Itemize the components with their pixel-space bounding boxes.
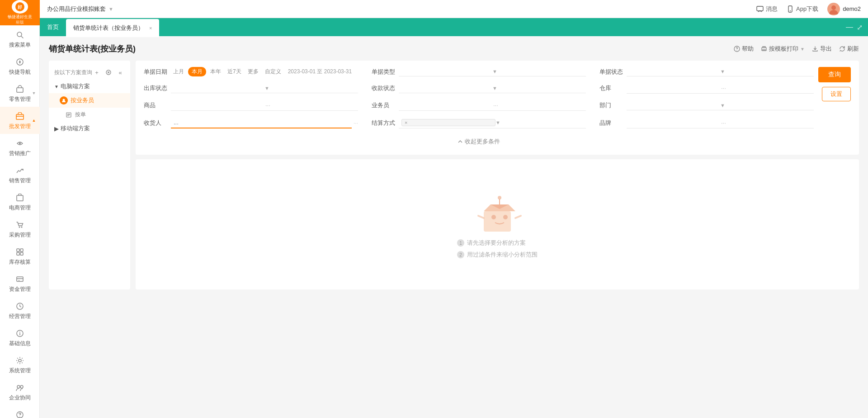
page-content: 销货单统计表(按业务员) 帮助 按模板打印 ▼ 导出 bbox=[40, 36, 868, 418]
sidebar-item-system[interactable]: 系统管理 bbox=[0, 351, 40, 378]
sidebar-label-purchase: 采购管理 bbox=[9, 231, 31, 239]
mobile-group-title[interactable]: ▶ 移动端方案 bbox=[49, 122, 130, 135]
results-area: 1 请先选择要分析的方案 2 用过滤条件来缩小分析范围 bbox=[136, 159, 859, 290]
topbar-title-area: 办公用品行业模拟账套 ▼ bbox=[47, 5, 756, 13]
receiver-more[interactable]: ··· bbox=[354, 120, 358, 126]
query-btn[interactable]: 查询 bbox=[818, 67, 851, 82]
help-btn[interactable]: 帮助 bbox=[734, 45, 754, 53]
side-panel-edit-btn[interactable] bbox=[104, 68, 113, 77]
topbar-app-btn[interactable]: App下载 bbox=[787, 5, 818, 13]
brand-more[interactable]: ··· bbox=[721, 119, 811, 126]
sidebar-label-operations: 经营管理 bbox=[9, 313, 31, 320]
settings-btn[interactable]: 设置 bbox=[822, 87, 851, 101]
side-panel-add-btn[interactable]: + bbox=[92, 68, 101, 77]
export-btn[interactable]: 导出 bbox=[812, 45, 832, 53]
svg-line-3 bbox=[21, 36, 23, 38]
page-body: 按以下方案查询 + « bbox=[49, 61, 859, 290]
empty-hint-2: 2 用过滤条件来缩小分析范围 bbox=[457, 251, 538, 259]
tab-close-icon[interactable]: × bbox=[149, 25, 152, 31]
collapse-label: 收起更多条件 bbox=[465, 138, 500, 146]
filter-billstatus: 单据状态 ▼ bbox=[599, 67, 814, 76]
hint-text-2: 用过滤条件来缩小分析范围 bbox=[467, 251, 538, 259]
receiver-input[interactable] bbox=[171, 117, 352, 128]
sidebar-item-operations[interactable]: 经营管理 bbox=[0, 297, 40, 324]
department-select[interactable]: ▼ bbox=[627, 101, 814, 110]
inventory-icon bbox=[15, 247, 25, 257]
date-tab-custom[interactable]: 自定义 bbox=[263, 67, 283, 76]
desktop-group-title[interactable]: ▼ 电脑端方案 bbox=[49, 80, 130, 93]
svg-rect-38 bbox=[757, 6, 763, 11]
sidebar-item-inventory[interactable]: 库存核算 bbox=[0, 242, 40, 270]
tab-active[interactable]: 销货单统计表（按业务员） × bbox=[66, 19, 159, 37]
billtype-select[interactable]: ▼ bbox=[399, 67, 586, 76]
template-print-btn[interactable]: 按模板打印 ▼ bbox=[761, 45, 805, 53]
message-icon bbox=[756, 5, 764, 13]
stockstatus-select[interactable]: ▼ bbox=[171, 84, 358, 93]
sidebar-item-ecommerce[interactable]: 电商管理 bbox=[0, 188, 40, 215]
warehouse-label: 仓库 bbox=[599, 84, 627, 92]
side-panel-actions: + « bbox=[92, 68, 125, 77]
topbar-app-label: App下载 bbox=[796, 5, 818, 13]
paymentstatus-arrow: ▼ bbox=[492, 86, 583, 91]
side-panel-collapse-btn[interactable]: « bbox=[116, 68, 125, 77]
tab-home[interactable]: 首页 bbox=[40, 18, 66, 36]
filter-billtype: 单据类型 ▼ bbox=[372, 67, 586, 76]
goods-select[interactable]: ··· bbox=[171, 100, 358, 111]
app-logo-text: 畅捷通好生意 bbox=[8, 14, 32, 19]
sidebar-item-wholesale[interactable]: 批发管理 ▲ bbox=[0, 107, 40, 134]
goods-more[interactable]: ··· bbox=[265, 102, 355, 109]
sidebar-item-retail[interactable]: 零售管理 ▼ bbox=[0, 80, 40, 107]
paymentstatus-select[interactable]: ▼ bbox=[399, 84, 586, 93]
template-print-arrow[interactable]: ▼ bbox=[800, 47, 805, 52]
tab-expand-btn[interactable]: ⤢ bbox=[857, 23, 863, 32]
stockstatus-label: 出库状态 bbox=[144, 84, 171, 92]
mobile-group: ▶ 移动端方案 bbox=[49, 122, 130, 135]
date-tab-thismonth[interactable]: 本月 bbox=[188, 67, 206, 76]
sidebar-item-quicknav[interactable]: 快捷导航 bbox=[0, 52, 40, 80]
sidebar-item-guide[interactable]: 新手引导 bbox=[0, 405, 40, 418]
topbar-msg-btn[interactable]: 消息 bbox=[756, 5, 778, 13]
date-tab-more[interactable]: 更多 bbox=[245, 67, 261, 76]
sidebar-item-finance[interactable]: 资金管理 bbox=[0, 270, 40, 297]
sidebar-item-basicinfo[interactable]: 基础信息 bbox=[0, 324, 40, 351]
filter-results-area: 单据日期 上月 本月 本年 近7天 更多 自定义 bbox=[136, 61, 859, 290]
sidebar-item-purchase[interactable]: 采购管理 bbox=[0, 215, 40, 242]
app-logo[interactable]: 好 畅捷通好生意 标版 bbox=[0, 0, 40, 25]
brand-select[interactable]: ··· bbox=[627, 118, 814, 128]
salesperson-select[interactable]: ··· bbox=[399, 100, 586, 111]
settlement-arrow: ▼ bbox=[495, 120, 583, 125]
warehouse-more[interactable]: ··· bbox=[721, 85, 811, 91]
collapse-btn[interactable]: 收起更多条件 bbox=[458, 135, 500, 148]
billstatus-label: 单据状态 bbox=[599, 68, 627, 76]
topbar-dropdown-icon[interactable]: ▼ bbox=[108, 6, 113, 12]
wholesale-icon bbox=[15, 111, 25, 121]
sidebar-nav: 搜索菜单 快捷导航 零售管理 ▼ 批发管理 ▲ bbox=[0, 25, 40, 418]
sidebar-item-marketing[interactable]: 营销推广 bbox=[0, 134, 40, 161]
page-title: 销货单统计表(按业务员) bbox=[49, 43, 136, 54]
svg-rect-55 bbox=[484, 211, 511, 232]
side-panel-item-salesperson[interactable]: 按业务员 bbox=[49, 93, 130, 108]
billtype-arrow: ▼ bbox=[492, 69, 583, 74]
settlement-clear-btn[interactable]: × bbox=[405, 120, 492, 125]
billstatus-select[interactable]: ▼ bbox=[627, 67, 814, 76]
refresh-btn[interactable]: 刷新 bbox=[839, 45, 859, 53]
sidebar-item-collab[interactable]: 企业协同 bbox=[0, 378, 40, 405]
date-tab-7days[interactable]: 近7天 bbox=[225, 67, 244, 76]
sidebar-item-sales[interactable]: 销售管理 bbox=[0, 161, 40, 188]
sidebar-item-search[interactable]: 搜索菜单 bbox=[0, 25, 40, 52]
salesperson-more[interactable]: ··· bbox=[493, 102, 583, 109]
svg-rect-13 bbox=[17, 249, 19, 252]
export-label: 导出 bbox=[820, 45, 832, 53]
date-tabs: 上月 本月 本年 近7天 更多 自定义 bbox=[171, 67, 283, 76]
topbar-username: demo2 bbox=[843, 5, 861, 12]
brand-label: 品牌 bbox=[599, 119, 627, 127]
finance-icon bbox=[15, 274, 25, 284]
date-tab-lastmonth[interactable]: 上月 bbox=[171, 67, 186, 76]
side-panel-item-bill[interactable]: 按单 bbox=[49, 108, 130, 122]
tab-minimize-btn[interactable]: — bbox=[846, 23, 853, 31]
topbar-user[interactable]: demo2 bbox=[827, 3, 861, 15]
warehouse-select[interactable]: ··· bbox=[627, 83, 814, 94]
date-tab-thisyear[interactable]: 本年 bbox=[208, 67, 223, 76]
salesperson-label: 业务员 bbox=[372, 101, 399, 109]
settlement-select[interactable]: × ▼ bbox=[399, 117, 586, 128]
